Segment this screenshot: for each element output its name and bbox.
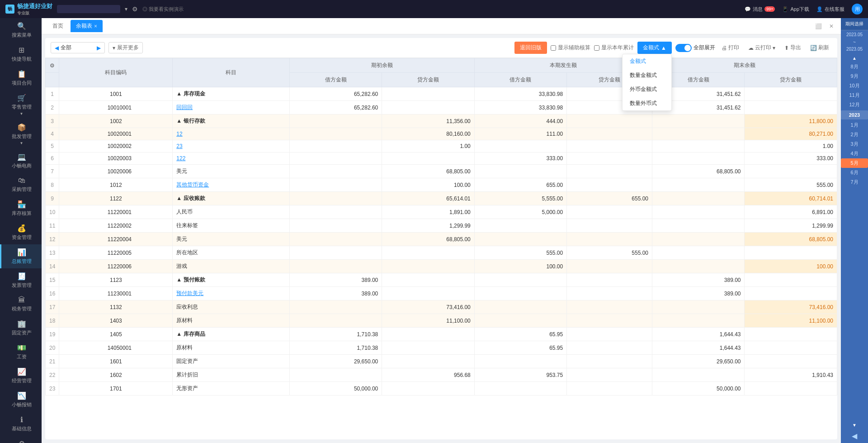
return-old-btn[interactable]: 退回旧版	[514, 42, 547, 54]
show-year-check[interactable]	[594, 45, 599, 51]
month-12[interactable]: 12月	[841, 100, 868, 110]
month-10[interactable]: 10月	[841, 81, 868, 91]
sidebar-item-invoice[interactable]: 🧾 发票管理	[0, 268, 42, 292]
row-amount	[474, 287, 566, 300]
home-tab[interactable]: 首页	[47, 19, 69, 33]
expand-all-switch[interactable]	[675, 44, 692, 52]
sidebar-label: 资金管理	[12, 234, 32, 241]
show-aux-label[interactable]: 显示辅助核算	[551, 44, 590, 52]
row-amount	[652, 219, 745, 233]
table-row: 1611230001预付款美元389.00389.00	[46, 287, 837, 300]
col-closing-header: 期末余额	[652, 58, 837, 73]
row-amount	[382, 152, 474, 165]
month-11[interactable]: 11月	[841, 91, 868, 100]
month-5[interactable]: 5月	[841, 158, 868, 168]
row-subject[interactable]: 预付款美元	[173, 287, 290, 300]
search-dropdown[interactable]: ▾	[125, 6, 127, 12]
period-collapse-btn[interactable]: ◀	[849, 429, 860, 443]
sidebar-item-wholesale[interactable]: 📦 批发管理 ▼	[0, 119, 42, 149]
row-amount	[289, 260, 382, 273]
amount-type-option-foreign[interactable]: 外币金额式	[623, 82, 671, 96]
row-amount: 65,282.60	[289, 101, 382, 114]
show-year-label[interactable]: 显示本年累计	[594, 44, 634, 52]
sidebar-item-salary[interactable]: 💵 工资	[0, 340, 42, 364]
expand-icon: ▾	[113, 45, 115, 51]
sidebar-item-purchase[interactable]: 🛍 采购管理	[0, 173, 42, 196]
restore-btn[interactable]: ⬜	[813, 22, 824, 30]
amount-type-option-qty-foreign[interactable]: 数量外币式	[623, 96, 671, 110]
row-amount: 953.75	[474, 368, 566, 382]
refresh-btn[interactable]: 🔄 刷新	[807, 42, 832, 53]
row-amount	[289, 165, 382, 178]
sidebar-item-finance[interactable]: 💰 资金管理	[0, 220, 42, 244]
sidebar-item-search-menu[interactable]: 🔍 搜索菜单	[0, 18, 42, 42]
month-2[interactable]: 2月	[841, 130, 868, 139]
amount-type-option-amount[interactable]: 金额式	[623, 54, 671, 68]
col-settings[interactable]: ⚙	[46, 58, 59, 73]
period-down-btn[interactable]: ▼	[851, 421, 858, 429]
top-mid: ◎ 我要看实例演示	[142, 6, 740, 13]
month-3[interactable]: 3月	[841, 139, 868, 149]
row-amount: 111.00	[474, 128, 566, 140]
month-9[interactable]: 9月	[841, 71, 868, 81]
row-subject[interactable]: 12	[173, 128, 290, 140]
amount-type-option-qty-amount[interactable]: 数量金额式	[623, 68, 671, 82]
sidebar-item-basic-info[interactable]: ℹ 基础信息	[0, 412, 42, 436]
amount-type-btn[interactable]: 金额式 ▲	[637, 42, 672, 54]
filter-prev-btn[interactable]: ◀	[55, 45, 59, 51]
month-8[interactable]: 8月	[841, 62, 868, 71]
expand-all-toggle[interactable]: 全部展开	[675, 44, 715, 52]
settings-icon[interactable]: ⚙	[132, 5, 138, 13]
month-6[interactable]: 6月	[841, 168, 868, 177]
row-subject[interactable]: 其他货币资金	[173, 178, 290, 192]
year-2023[interactable]: 2023	[841, 110, 868, 119]
row-subject[interactable]: 23	[173, 140, 290, 152]
balance-sheet-tab[interactable]: 余额表 ×	[71, 20, 103, 32]
row-subject: ▲ 预付账款	[173, 273, 290, 287]
sidebar-item-quick-nav[interactable]: ⊞ 快捷导航	[0, 42, 42, 66]
row-subject[interactable]: 122	[173, 152, 290, 165]
close-window-btn[interactable]: ✕	[827, 22, 835, 30]
month-7[interactable]: 7月	[841, 177, 868, 187]
row-subject[interactable]: 回回回	[173, 101, 290, 114]
sidebar-label: 税务管理	[12, 305, 32, 312]
message-btn[interactable]: 💬 消息 99+	[745, 6, 775, 13]
sidebar-item-inventory[interactable]: 🏪 库存核算	[0, 196, 42, 220]
sidebar-item-fixed-asset[interactable]: 🏢 固定资产	[0, 316, 42, 340]
filter-next-btn[interactable]: ▶	[97, 45, 101, 51]
amount-type-dropdown-container: 金额式 ▲ 金额式 数量金额式 外币金额式 数量外币式	[637, 42, 672, 54]
row-code: 11220002	[59, 219, 173, 233]
row-code: 10010001	[59, 101, 173, 114]
app-download-btn[interactable]: 📱 App下载	[782, 6, 809, 13]
period-up-btn[interactable]: ▲	[851, 54, 858, 62]
top-bar: 畅 畅捷通好业财 专业版 ▾ ⚙ ◎ 我要看实例演示 💬 消息 99+ 📱 Ap…	[0, 0, 868, 18]
table-row: 91122▲ 应收账款65,614.015,555.00655.0060,714…	[46, 192, 837, 205]
sidebar-item-project[interactable]: 📋 项目合同	[0, 66, 42, 90]
row-amount: 333.00	[745, 152, 837, 165]
month-4[interactable]: 4月	[841, 149, 868, 158]
expand-more-btn[interactable]: ▾ 展开更多	[108, 42, 143, 53]
sidebar-item-tax[interactable]: 🏛 税务管理	[0, 292, 42, 316]
cloud-print-btn[interactable]: ☁ 云打印 ▾	[745, 42, 778, 53]
sidebar-item-reports[interactable]: 📉 小畅报销	[0, 388, 42, 412]
sidebar-item-accounting[interactable]: 📊 总账管理	[0, 244, 42, 268]
export-btn[interactable]: ⬆ 导出	[782, 42, 804, 53]
sidebar-item-retail[interactable]: 🛒 零售管理 ▼	[0, 90, 42, 119]
demo-link[interactable]: ◎ 我要看实例演示	[142, 6, 184, 13]
online-service-btn[interactable]: 👤 在线客服	[816, 6, 844, 13]
print-btn[interactable]: 🖨 打印	[719, 42, 742, 53]
user-avatar[interactable]: 用	[852, 4, 863, 14]
table-row: 1211220004美元68,805.0068,805.00	[46, 233, 837, 246]
sidebar-item-system[interactable]: ⚙ 系统管理	[0, 436, 42, 443]
top-search-input[interactable]	[57, 5, 120, 13]
period-title[interactable]: 期间选择	[841, 18, 868, 30]
table-row: 31002▲ 银行存款11,356.00444.0011,800.00	[46, 114, 837, 128]
row-amount: 389.00	[289, 273, 382, 287]
sidebar-item-ecommerce[interactable]: 💻 小畅电商	[0, 149, 42, 173]
sidebar-item-business[interactable]: 📈 经营管理	[0, 364, 42, 388]
tab-close-btn[interactable]: ×	[94, 23, 97, 29]
show-aux-check[interactable]	[551, 45, 556, 51]
month-1[interactable]: 1月	[841, 120, 868, 130]
row-code: 1123	[59, 273, 173, 287]
table-row: 191405▲ 库存商品1,710.3865.951,644.43	[46, 328, 837, 341]
